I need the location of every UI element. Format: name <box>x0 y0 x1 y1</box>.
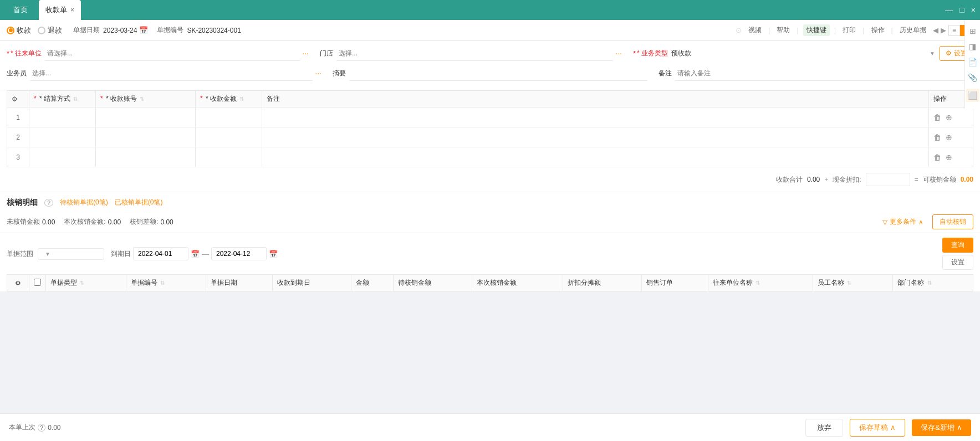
section-header-writeoff: 核销明细 ? 待核销单据(0笔) 已核销单据(0笔) <box>0 192 980 211</box>
store-input[interactable] <box>336 45 613 61</box>
summary-input[interactable] <box>349 65 647 81</box>
calendar-icon[interactable]: 📅 <box>139 26 148 34</box>
ops-label: 操作 <box>871 25 885 35</box>
cal-end-icon[interactable]: 📅 <box>269 250 278 258</box>
row1-remark[interactable] <box>262 107 929 127</box>
row1-amount[interactable] <box>196 107 262 127</box>
col-amount-label: * 收款金额 <box>206 95 237 102</box>
row3-method-input[interactable] <box>29 147 95 167</box>
gear-icon[interactable]: ⚙ <box>15 279 21 287</box>
row2-method-input[interactable] <box>29 127 95 147</box>
row1-remark-input[interactable] <box>262 107 928 127</box>
th-due: 收款到期日 <box>273 275 351 291</box>
tab-home[interactable]: 首页 <box>4 0 37 20</box>
row3-remark-input[interactable] <box>262 147 928 167</box>
help-link[interactable]: 帮助 <box>774 25 792 35</box>
sidebar-doc-icon[interactable]: 📄 <box>968 58 977 66</box>
radio-refund[interactable]: 退款 <box>38 25 62 35</box>
ops-link[interactable]: 操作 <box>869 25 887 35</box>
biztype-dropdown-icon[interactable]: ▼ <box>930 50 935 57</box>
cal-start-icon[interactable]: 📅 <box>191 250 200 258</box>
staff-input[interactable] <box>30 65 313 81</box>
more-conditions-btn[interactable]: ▽ 更多条件 ∧ <box>882 217 923 227</box>
radio-receive[interactable]: 收款 <box>7 25 31 35</box>
date-end-input[interactable] <box>211 247 267 260</box>
filter-row: 未核销金额 0.00 本次核销金额: 0.00 核销差额: 0.00 ▽ 更多条… <box>0 211 980 233</box>
print-link[interactable]: 打印 <box>840 25 858 35</box>
discount-input[interactable] <box>866 173 910 186</box>
row2-account[interactable] <box>96 127 196 147</box>
sidebar-layout-icon[interactable]: ◨ <box>969 42 976 51</box>
close-button[interactable]: × <box>971 6 976 14</box>
row3-delete-icon[interactable]: 🗑 <box>933 153 941 162</box>
auto-clear-button[interactable]: 自动核销 <box>932 214 973 229</box>
query-button[interactable]: 查询 <box>942 238 973 253</box>
row1-copy-icon[interactable]: ⊕ <box>946 113 952 122</box>
row2-copy-icon[interactable]: ⊕ <box>946 133 952 142</box>
remark-input[interactable] <box>675 65 973 81</box>
row3-account-input[interactable] <box>96 147 195 167</box>
row1-account-input[interactable] <box>96 107 195 127</box>
row1-delete-icon[interactable]: 🗑 <box>933 113 941 122</box>
select-all-checkbox[interactable] <box>34 279 41 286</box>
pending-tab[interactable]: 待核销单据(0笔) <box>60 198 108 208</box>
range-select[interactable]: ▼ <box>38 248 104 260</box>
row1-ops-cell: 🗑 ⊕ <box>929 113 973 122</box>
more-conditions-label: 更多条件 <box>890 217 916 227</box>
tab-close-icon[interactable]: × <box>70 6 74 14</box>
filter-icon: ▽ <box>882 218 887 226</box>
shortcut-link[interactable]: 快捷键 <box>803 24 830 36</box>
row1-method[interactable] <box>29 107 96 127</box>
sidebar-table-icon[interactable]: ⊞ <box>969 27 976 35</box>
current-label: 本次核销金额: <box>64 217 105 227</box>
row2-account-input[interactable] <box>96 127 195 147</box>
th-checkbox-col[interactable] <box>29 275 46 291</box>
row2-method[interactable] <box>29 127 96 147</box>
counterpart-more-btn[interactable]: ··· <box>302 49 309 58</box>
row2-remark-input[interactable] <box>262 127 928 147</box>
col-type-label: 单据类型 <box>50 279 77 286</box>
date-start-input[interactable] <box>133 247 188 260</box>
writeoff-help-icon[interactable]: ? <box>44 199 53 207</box>
row1-method-input[interactable] <box>29 107 95 127</box>
th-gear[interactable]: ⚙ <box>7 91 29 107</box>
row2-delete-icon[interactable]: 🗑 <box>933 133 941 142</box>
done-tab[interactable]: 已核销单据(0笔) <box>115 198 163 208</box>
row3-method[interactable] <box>29 147 96 167</box>
sidebar-clip-icon[interactable]: 📎 <box>968 73 977 82</box>
video-link[interactable]: 视频 <box>746 25 764 35</box>
row3-copy-icon[interactable]: ⊕ <box>946 153 952 162</box>
right-sidebar: ⊞ ◨ 📄 📎 ⬜ <box>964 20 980 109</box>
layout-list-btn[interactable]: ≡ <box>948 25 960 36</box>
window-controls: — □ × <box>945 6 976 14</box>
staff-more-btn[interactable]: ··· <box>315 69 321 78</box>
counterpart-input[interactable] <box>45 45 300 61</box>
row3-amount-input[interactable] <box>196 147 262 167</box>
row3-remark[interactable] <box>262 147 929 167</box>
nav-prev[interactable]: ◀ <box>933 26 938 34</box>
th-pending: 待核销金额 <box>393 275 472 291</box>
row3-amount[interactable] <box>196 147 262 167</box>
sidebar-active-icon[interactable]: ⬜ <box>966 89 979 102</box>
row2-amount-input[interactable] <box>196 127 262 147</box>
row1-amount-input[interactable] <box>196 107 262 127</box>
col-due-label: 收款到期日 <box>277 279 310 286</box>
nav-next[interactable]: ▶ <box>941 26 946 34</box>
row1-account[interactable] <box>96 107 196 127</box>
th-amount: 金额 <box>351 275 394 291</box>
available-value: 0.00 <box>961 176 973 183</box>
minimize-button[interactable]: — <box>945 6 953 14</box>
maximize-button[interactable]: □ <box>959 6 964 14</box>
diff-value: 0.00 <box>160 218 173 226</box>
th-check[interactable]: ⚙ <box>7 275 29 291</box>
tab-current[interactable]: 收款单 × <box>39 0 81 20</box>
store-field: 门店 ··· <box>320 45 622 61</box>
history-link[interactable]: 历史单据 <box>897 25 928 35</box>
row2-remark[interactable] <box>262 127 929 147</box>
search-settings-button[interactable]: 设置 <box>942 255 973 270</box>
biztype-required: * <box>633 49 636 58</box>
row2-amount[interactable] <box>196 127 262 147</box>
store-more-btn[interactable]: ··· <box>615 49 622 58</box>
due-date-field: 到期日 📅 — 📅 <box>111 247 278 260</box>
row3-account[interactable] <box>96 147 196 167</box>
